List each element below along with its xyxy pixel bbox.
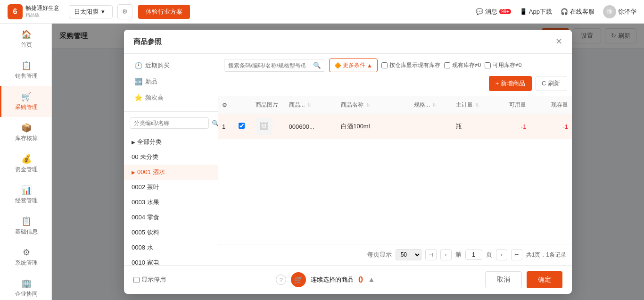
tab-label-new: 新品 xyxy=(145,77,157,86)
sidebar-label-sales: 销售管理 xyxy=(15,72,38,80)
sidebar-label-base: 基础信息 xyxy=(15,228,38,236)
nonzero-available-checkbox[interactable]: 可用库存≠0 xyxy=(485,61,521,69)
user-menu[interactable]: 徐 徐泽华 xyxy=(603,5,636,18)
search-button[interactable]: 🔍 xyxy=(309,59,325,71)
tab-recent[interactable]: 🕐近期购买 xyxy=(130,58,212,73)
sidebar-label-home: 首页 xyxy=(21,41,32,49)
category-label-0003: 0003 水果 xyxy=(132,198,159,207)
nonzero-available-input[interactable] xyxy=(485,62,491,68)
per-page-select[interactable]: 501020100 xyxy=(396,249,421,260)
settings-button[interactable]: ⚙ xyxy=(117,4,132,19)
stock-by-warehouse-checkbox[interactable]: 按仓库显示现有库存 xyxy=(381,61,440,69)
cart-icon[interactable]: 🛒 xyxy=(291,272,306,287)
col-header-name[interactable]: 商品名称 ⇅ xyxy=(337,96,410,114)
sidebar-item-finance[interactable]: 💰资金管理 xyxy=(0,148,51,179)
online-service-button[interactable]: 🎧 在线客服 xyxy=(561,8,594,16)
first-page-button[interactable]: ⊣ xyxy=(425,249,437,260)
col-unit-sort-icon: ⇅ xyxy=(475,102,479,108)
sidebar-icon-inventory: 📦 xyxy=(21,123,32,133)
cart-count: 0 xyxy=(358,275,363,285)
sidebar-item-operation[interactable]: 📊经营管理 xyxy=(0,179,51,210)
category-item-all[interactable]: ▶全部分类 xyxy=(124,134,218,150)
nonzero-stock-checkbox[interactable]: 现有库存≠0 xyxy=(444,61,481,69)
col-header-available: 可用量 xyxy=(488,96,530,114)
table-row[interactable]: 1 🖼 000600... 白酒100ml 瓶 -1 -1 xyxy=(218,114,572,139)
modal-header: 商品参照 ✕ xyxy=(124,30,572,54)
filter-label: 更多条件 xyxy=(343,61,365,69)
logo-name: 畅捷通好生意 xyxy=(25,5,59,12)
sidebar-label-purchase: 采购管理 xyxy=(15,103,38,111)
category-item-0005[interactable]: 0005 饮料 xyxy=(124,225,218,240)
category-item-0010[interactable]: 0010 家电 xyxy=(124,255,218,265)
sidebar-item-base[interactable]: 📋基础信息 xyxy=(0,210,51,242)
top-nav: 6 畅捷通好生意 精品版 日太阳膜 ▾ ⚙ 体验行业方案 💬 消息 99+ 📱 … xyxy=(0,0,644,24)
tab-new[interactable]: 🆕新品 xyxy=(130,75,212,89)
page-total: 共1页，1条记录 xyxy=(526,251,566,259)
col-header-unit[interactable]: 主计量 ⇅ xyxy=(452,96,488,114)
category-item-0008[interactable]: 0008 水 xyxy=(124,240,218,255)
last-page-button[interactable]: ⊢ xyxy=(511,249,522,260)
col-header-check xyxy=(235,96,251,114)
collapse-button[interactable]: 《 xyxy=(218,151,218,168)
category-item-0003[interactable]: 0003 水果 xyxy=(124,195,218,210)
modal-footer: 显示停用 ? 🛒 连续选择的商品 0 ▲ 取消 确定 xyxy=(124,265,572,294)
logo-area: 6 畅捷通好生意 精品版 xyxy=(8,4,59,19)
tab-frequent[interactable]: ⭐频次高 xyxy=(130,91,212,105)
sidebar-label-operation: 经营管理 xyxy=(15,197,38,205)
category-label-0004: 0004 零食 xyxy=(132,213,159,222)
logo-icon: 6 xyxy=(8,4,23,19)
category-item-0004[interactable]: 0004 零食 xyxy=(124,210,218,225)
modal-close-button[interactable]: ✕ xyxy=(555,36,562,47)
add-product-button[interactable]: + 新增商品 xyxy=(489,76,532,91)
messages-button[interactable]: 💬 消息 99+ xyxy=(476,8,511,16)
store-selector[interactable]: 日太阳膜 ▾ xyxy=(69,5,113,18)
product-search-input[interactable] xyxy=(224,60,309,71)
stock-by-warehouse-input[interactable] xyxy=(381,62,388,68)
show-disabled-input[interactable] xyxy=(133,277,140,283)
prev-page-button[interactable]: ‹ xyxy=(440,249,452,260)
sidebar-item-purchase[interactable]: 🛒采购管理 xyxy=(0,86,51,117)
message-icon: 💬 xyxy=(476,8,483,15)
collapse-up-button[interactable]: ▲ xyxy=(368,275,375,284)
col-spec-label: 规格... xyxy=(414,101,430,108)
help-button[interactable]: ? xyxy=(276,275,286,285)
messages-badge: 99+ xyxy=(499,9,511,14)
confirm-button[interactable]: 确定 xyxy=(527,271,562,288)
page-label: 第 xyxy=(455,250,462,259)
cancel-button[interactable]: 取消 xyxy=(485,271,522,288)
category-list: ▶全部分类00 未分类▶0001 酒水0002 茶叶0003 水果0004 零食… xyxy=(124,133,218,265)
show-disabled-checkbox[interactable]: 显示停用 xyxy=(133,275,166,284)
col-code-sort-icon: ⇅ xyxy=(307,102,311,108)
sidebar-item-sales[interactable]: 📋销售管理 xyxy=(0,55,51,86)
cell-check-0[interactable] xyxy=(235,114,251,139)
sidebar-item-enterprise[interactable]: 🏢企业协同 xyxy=(0,273,51,300)
category-item-00[interactable]: 00 未分类 xyxy=(124,150,218,165)
sidebar-item-system[interactable]: ⚙系统管理 xyxy=(0,242,51,273)
sidebar-item-home[interactable]: 🏠首页 xyxy=(0,24,51,55)
sidebar-icon-enterprise: 🏢 xyxy=(21,278,32,289)
main-content: 采购管理 查询 设置 ↻ 刷新 商品参照 ✕ xyxy=(52,24,644,300)
messages-label: 消息 xyxy=(485,8,497,16)
col-header-code[interactable]: 商品... ⇅ xyxy=(285,96,338,114)
category-search-input[interactable] xyxy=(130,117,209,129)
product-table-container: ⚙ 商品图片 商品... ⇅ 商品名称 xyxy=(218,96,572,244)
col-spec-sort-icon: ⇅ xyxy=(432,102,436,108)
more-filter-button[interactable]: 🔶 更多条件 ▲ xyxy=(329,58,378,72)
next-page-button[interactable]: › xyxy=(496,249,507,260)
industry-solution-button[interactable]: 体验行业方案 xyxy=(138,5,190,19)
col-header-spec[interactable]: 规格... ⇅ xyxy=(410,96,452,114)
col-header-settings[interactable]: ⚙ xyxy=(218,96,235,114)
category-search-icon[interactable]: 🔍 xyxy=(212,120,218,127)
app-download-button[interactable]: 📱 App下载 xyxy=(520,8,552,16)
category-item-0001[interactable]: ▶0001 酒水 xyxy=(124,165,218,180)
row-checkbox-0[interactable] xyxy=(239,123,245,129)
per-page-label: 每页显示 xyxy=(367,250,392,259)
category-arrow-all: ▶ xyxy=(132,140,135,145)
nonzero-stock-input[interactable] xyxy=(444,62,450,68)
page-input[interactable] xyxy=(465,250,482,260)
refresh-list-button[interactable]: C 刷新 xyxy=(536,76,566,91)
sidebar-item-inventory[interactable]: 📦库存核算 xyxy=(0,117,51,148)
sidebar-icon-sales: 📋 xyxy=(21,60,32,71)
category-item-0002[interactable]: 0002 茶叶 xyxy=(124,180,218,195)
category-label-0005: 0005 饮料 xyxy=(132,228,159,237)
